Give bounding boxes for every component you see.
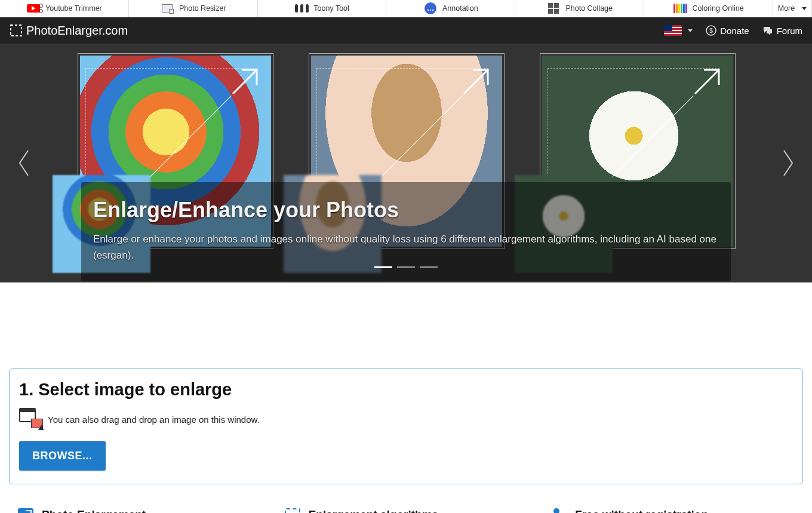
ad-space	[0, 282, 812, 368]
tab-label: More	[778, 4, 795, 13]
enlarge-icon	[18, 508, 33, 513]
photo-collage-icon	[546, 4, 561, 13]
feature-free: Free without registration	[551, 508, 794, 513]
chevron-right-icon	[780, 149, 796, 177]
donate-label: Donate	[720, 26, 749, 36]
carousel-indicator-3[interactable]	[420, 266, 438, 268]
site-logo-link[interactable]: PhotoEnlarger.com	[10, 24, 128, 38]
free-user-icon	[551, 508, 567, 513]
feature-title: Enlargement algorithms	[309, 508, 439, 513]
carousel-indicator-1[interactable]	[374, 266, 392, 268]
tab-photo-resizer[interactable]: Photo Resizer	[129, 0, 258, 17]
tab-label: Annotation	[442, 4, 478, 13]
feature-photo-enlargement: Photo Enlargement	[18, 508, 261, 513]
step1-panel: 1. Select image to enlarge You can also …	[9, 368, 803, 484]
carousel-prev-button[interactable]	[0, 44, 48, 282]
tab-label: Photo Collage	[565, 4, 613, 13]
header-right: $ Donate Forum	[664, 25, 802, 36]
coloring-online-icon	[673, 4, 687, 13]
tab-toony-tool[interactable]: Toony Tool	[258, 0, 387, 17]
tab-label: Photo Resizer	[179, 4, 226, 13]
step1-hint: You can also drag and drop an image on t…	[19, 408, 793, 431]
hero-subtitle: Enlarge or enhance your photos and image…	[93, 231, 719, 263]
language-selector[interactable]	[664, 25, 693, 36]
forum-label: Forum	[777, 26, 802, 36]
youtube-trimmer-icon	[26, 4, 41, 13]
feature-algorithms: Enlargement algorithms	[285, 508, 528, 513]
site-name: PhotoEnlarger.com	[26, 24, 128, 38]
flag-en-us-icon	[664, 25, 682, 36]
forum-icon	[762, 25, 773, 36]
features-row: Photo Enlargement Enlargement algorithms…	[0, 484, 812, 513]
tab-annotation[interactable]: Annotation	[386, 0, 515, 17]
carousel-next-button[interactable]	[764, 44, 812, 282]
photo-resizer-icon	[160, 4, 174, 13]
hero-title: Enlarge/Enhance your Photos	[93, 198, 719, 223]
svg-rect-0	[11, 25, 21, 36]
hint-text: You can also drag and drop an image on t…	[48, 414, 260, 425]
donate-icon: $	[706, 25, 716, 36]
svg-text:$: $	[709, 27, 713, 34]
header-bar: PhotoEnlarger.com $ Donate Forum	[0, 17, 812, 44]
carousel-indicator-2[interactable]	[397, 266, 415, 268]
forum-link[interactable]: Forum	[762, 25, 802, 36]
enlarge-frame-icon	[10, 24, 23, 37]
feature-title: Photo Enlargement	[42, 508, 146, 513]
step1-heading: 1. Select image to enlarge	[19, 380, 793, 400]
chevron-down-icon	[688, 29, 693, 32]
tab-youtube-trimmer[interactable]: Youtube Trimmer	[0, 0, 129, 17]
tab-label: Coloring Online	[692, 4, 743, 13]
toony-tool-icon	[294, 4, 309, 13]
tab-more-dropdown[interactable]: More	[773, 0, 812, 17]
browse-button[interactable]: BROWSE...	[19, 441, 106, 471]
hero-carousel: Enlarge/Enhance your Photos Enlarge or e…	[0, 44, 812, 282]
tab-coloring-online[interactable]: Coloring Online	[644, 0, 773, 17]
chevron-left-icon	[16, 149, 32, 177]
chevron-down-icon	[802, 7, 807, 10]
donate-link[interactable]: $ Donate	[706, 25, 749, 36]
drag-drop-icon	[19, 408, 43, 431]
tab-label: Toony Tool	[313, 4, 349, 13]
annotation-icon	[423, 4, 438, 13]
top-tools-bar: Youtube Trimmer Photo Resizer Toony Tool…	[0, 0, 812, 17]
carousel-indicators	[374, 266, 438, 268]
algorithms-icon	[285, 508, 300, 513]
feature-title: Free without registration	[575, 508, 708, 513]
tab-photo-collage[interactable]: Photo Collage	[515, 0, 644, 17]
tab-label: Youtube Trimmer	[45, 4, 102, 13]
